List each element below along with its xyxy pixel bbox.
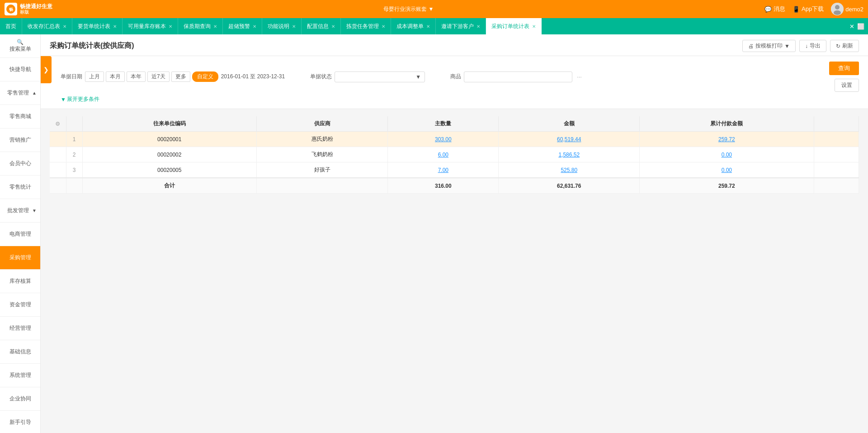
- row-unit-code: 00020002: [82, 147, 257, 162]
- search-icon: 🔍: [17, 39, 24, 45]
- close-tab-icon[interactable]: ✕: [382, 24, 385, 29]
- close-tab-icon[interactable]: ✕: [113, 24, 117, 29]
- nav-tab-overstock[interactable]: 超储预警 ✕: [223, 18, 262, 34]
- close-tab-icon[interactable]: ✕: [292, 24, 296, 29]
- product-filter: 商品 ···: [450, 71, 582, 82]
- col-settings-icon[interactable]: ⚙: [55, 121, 60, 127]
- date-filter-label: 单据日期: [61, 73, 82, 81]
- table-row: 2 00020002 飞鹤奶粉 6.00 1,586.52 0.00: [50, 147, 859, 162]
- nav-tab-order-stats[interactable]: 要货单统计表 ✕: [72, 18, 123, 34]
- settings-btn[interactable]: 设置: [835, 79, 859, 92]
- footer-paid-amount: 259.72: [640, 178, 814, 194]
- sidebar-item-purchase-mgmt[interactable]: 采购管理: [0, 246, 40, 270]
- message-btn[interactable]: 💬 消息: [764, 5, 785, 13]
- close-tab-icon[interactable]: ✕: [63, 24, 66, 29]
- sidebar-item-marketing[interactable]: 营销推广: [0, 128, 40, 152]
- table-row: 1 00020001 惠氏奶粉 303.00 60,519.44 259.72: [50, 132, 859, 147]
- filter-row-1: 单据日期 上月 本月 本年 近7天 更多 自定义 2016-01-01 至 20…: [61, 62, 859, 92]
- user-profile-btn[interactable]: demo2: [831, 3, 863, 15]
- close-tab-icon[interactable]: ✕: [426, 24, 430, 29]
- sidebar-item-sys-mgmt[interactable]: 系统管理: [0, 364, 40, 387]
- sidebar-item-member[interactable]: 会员中心: [0, 152, 40, 176]
- row-main-qty[interactable]: 303.00: [388, 132, 499, 147]
- last-month-btn[interactable]: 上月: [85, 71, 104, 82]
- sidebar-item-retail-shop[interactable]: 零售商城: [0, 105, 40, 128]
- workspace-selector[interactable]: 母婴行业演示账套 ▼: [383, 5, 434, 13]
- nav-tab-inventory-summary[interactable]: 收发存汇总表 ✕: [22, 18, 72, 34]
- nav-tab-function[interactable]: 功能说明 ✕: [262, 18, 302, 34]
- nav-tab-picking[interactable]: 拣货任务管理 ✕: [341, 18, 391, 34]
- row-supplier: 惠氏奶粉: [257, 132, 388, 147]
- refresh-icon: ↻: [836, 43, 840, 49]
- nav-tab-home[interactable]: 首页: [0, 18, 22, 34]
- app-download-btn[interactable]: 📱 App下载: [793, 5, 824, 13]
- filter-toggle-btn[interactable]: ❯: [41, 56, 52, 83]
- row-amount[interactable]: 525.80: [499, 162, 640, 178]
- close-all-icon[interactable]: ✕: [849, 23, 854, 30]
- nav-tab-invite[interactable]: 邀请下游客户 ✕: [436, 18, 486, 34]
- nav-tab-avail-stock[interactable]: 可用量库存账本 ✕: [123, 18, 178, 34]
- svg-point-3: [835, 5, 840, 10]
- row-main-qty[interactable]: 6.00: [388, 147, 499, 162]
- custom-date-btn[interactable]: 自定义: [192, 71, 218, 82]
- this-year-btn[interactable]: 本年: [127, 71, 146, 82]
- status-filter: 单据状态 ▼: [310, 71, 425, 82]
- close-tab-icon[interactable]: ✕: [331, 24, 335, 29]
- expand-arrow-icon2: ▼: [32, 208, 37, 213]
- sidebar-item-basic-info[interactable]: 基础信息: [0, 340, 40, 364]
- row-paid-amount[interactable]: 0.00: [640, 147, 814, 162]
- more-date-btn[interactable]: 更多: [171, 71, 190, 82]
- status-select[interactable]: ▼: [335, 71, 425, 82]
- sidebar-item-ops-mgmt[interactable]: 经营管理: [0, 317, 40, 340]
- sidebar-item-retail-stat[interactable]: 零售统计: [0, 176, 40, 199]
- row-paid-amount[interactable]: 259.72: [640, 132, 814, 147]
- top-bar-right: 💬 消息 📱 App下载 demo2: [764, 3, 863, 15]
- row-amount[interactable]: 60,519.44: [499, 132, 640, 147]
- date-filter: 单据日期 上月 本月 本年 近7天 更多 自定义 2016-01-01 至 20…: [61, 71, 285, 82]
- close-tab-icon[interactable]: ✕: [213, 24, 217, 29]
- sidebar-item-ecom-mgmt[interactable]: 电商管理: [0, 223, 40, 246]
- maximize-icon[interactable]: ⬜: [857, 23, 864, 30]
- page-header: 采购订单统计表(按供应商) 🖨 按模板打印 ▼ ↓ 导出 ↻ 刷新: [41, 34, 868, 56]
- refresh-btn[interactable]: ↻ 刷新: [830, 40, 859, 52]
- row-index: 2: [66, 147, 82, 162]
- close-tab-icon[interactable]: ✕: [169, 24, 172, 29]
- row-main-qty[interactable]: 7.00: [388, 162, 499, 178]
- filter-wrapper: ❯ 单据日期 上月 本月 本年 近7天 更多 自定义 2016-01-01 至: [41, 56, 868, 109]
- nav-tab-config[interactable]: 配置信息 ✕: [302, 18, 341, 34]
- nav-tab-cost[interactable]: 成本调整单 ✕: [391, 18, 436, 34]
- sidebar-item-search[interactable]: 🔍 搜索菜单: [0, 34, 40, 58]
- nav-tab-expiry[interactable]: 保质期查询 ✕: [178, 18, 223, 34]
- close-tab-icon[interactable]: ✕: [532, 24, 536, 29]
- row-index: 3: [66, 162, 82, 178]
- sidebar-item-retail-mgmt[interactable]: 零售管理 ▲: [0, 81, 40, 105]
- export-btn[interactable]: ↓ 导出: [799, 40, 826, 52]
- print-btn[interactable]: 🖨 按模板打印 ▼: [742, 40, 796, 52]
- content-area: 采购订单统计表(按供应商) 🖨 按模板打印 ▼ ↓ 导出 ↻ 刷新 ❯: [41, 34, 868, 433]
- row-unit-code: 00020005: [82, 162, 257, 178]
- nav-tab-purchase-stats[interactable]: 采购订单统计表 ✕: [486, 18, 542, 34]
- product-input[interactable]: [464, 71, 572, 82]
- close-tab-icon[interactable]: ✕: [476, 24, 480, 29]
- row-settings: [50, 132, 66, 147]
- col-unit-code: 往来单位编码: [82, 116, 257, 132]
- last-7-days-btn[interactable]: 近7天: [147, 71, 170, 82]
- sidebar-item-enterprise[interactable]: 企业协同: [0, 387, 40, 411]
- footer-empty1: [50, 178, 66, 194]
- close-tab-icon[interactable]: ✕: [253, 24, 256, 29]
- footer-empty2: [66, 178, 82, 194]
- sidebar-item-finance[interactable]: 资金管理: [0, 293, 40, 317]
- date-range-display: 2016-01-01 至 2023-12-31: [221, 73, 285, 81]
- row-amount[interactable]: 1,586.52: [499, 147, 640, 162]
- sidebar-item-new-guide[interactable]: 新手引导: [0, 411, 40, 433]
- expand-more-btn[interactable]: ▼ 展开更多条件: [61, 95, 859, 103]
- sidebar-item-shortcut[interactable]: 快捷导航: [0, 58, 40, 81]
- row-paid-amount[interactable]: 0.00: [640, 162, 814, 178]
- sidebar-item-batch-mgmt[interactable]: 批发管理 ▼: [0, 199, 40, 223]
- this-month-btn[interactable]: 本月: [106, 71, 125, 82]
- product-more-icon[interactable]: ···: [577, 73, 582, 80]
- sidebar-item-inventory[interactable]: 库存核算: [0, 270, 40, 293]
- footer-label: 合计: [82, 178, 257, 194]
- query-btn[interactable]: 查询: [829, 62, 859, 75]
- avatar: [831, 3, 844, 15]
